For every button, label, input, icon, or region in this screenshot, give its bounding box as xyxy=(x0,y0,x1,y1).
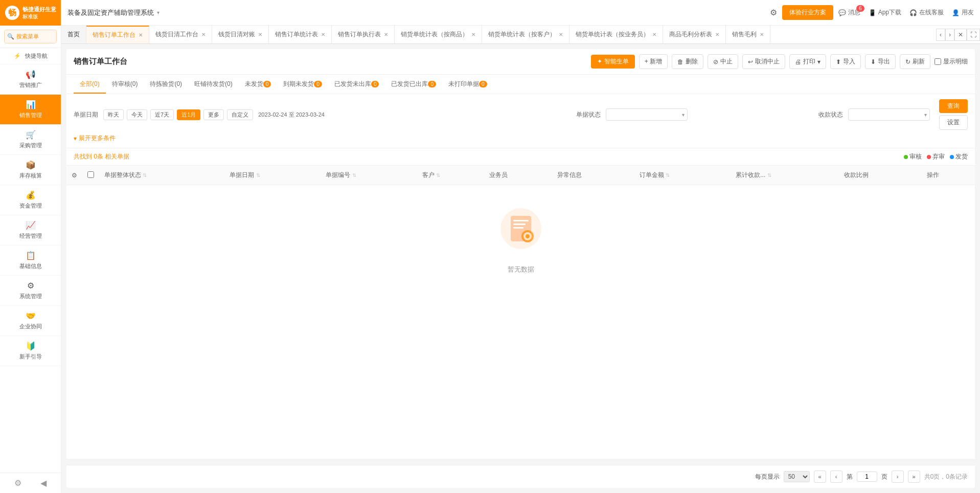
tab-close-profit-analysis[interactable]: ✕ xyxy=(715,32,719,37)
tab-home[interactable]: 首页 xyxy=(61,26,86,44)
stop-button[interactable]: ⊘ 中止 xyxy=(708,54,738,69)
tabs-prev-button[interactable]: ‹ xyxy=(936,29,945,41)
tab-close-sales-staff[interactable]: ✕ xyxy=(652,32,656,37)
search-menu-button[interactable]: 🔍 搜索菜单 xyxy=(4,30,57,43)
tab-sales-staff[interactable]: 销货单统计表（按业务员） ✕ xyxy=(569,26,663,44)
tab-sales-profit[interactable]: 销售毛利 ✕ xyxy=(726,26,770,44)
sub-tab-shipped-not-out[interactable]: 已发货未出库0 xyxy=(328,75,385,94)
pagination-first-button[interactable]: « xyxy=(814,470,826,483)
bulk-cancel-review-button[interactable]: 弃审 xyxy=(927,152,945,161)
tab-sales-customer[interactable]: 销货单统计表（按客户） ✕ xyxy=(482,26,569,44)
pagination-page-input[interactable] xyxy=(857,472,877,482)
refresh-button[interactable]: ↻ 刷新 xyxy=(900,54,930,69)
date-more-button[interactable]: 更多 xyxy=(203,109,224,120)
tab-sales-exec[interactable]: 销售订单执行表 ✕ xyxy=(332,26,395,44)
sub-tab-overdue-not-shipped[interactable]: 到期未发货0 xyxy=(277,75,328,94)
sub-tab-wangpu[interactable]: 旺铺待发货(0) xyxy=(188,75,239,94)
review-dot-icon xyxy=(904,155,908,159)
tab-sales-product[interactable]: 销货单统计表（按商品） ✕ xyxy=(395,26,482,44)
app-download-button[interactable]: 📱 App下载 xyxy=(869,8,901,17)
tab-profit-analysis[interactable]: 商品毛利分析表 ✕ xyxy=(663,26,726,44)
experience-button[interactable]: 体验行业方案 xyxy=(782,5,833,20)
number-sort-icon[interactable]: ⇅ xyxy=(352,172,356,178)
show-detail-checkbox-label[interactable]: 显示明细 xyxy=(935,57,968,66)
online-service-button[interactable]: 🎧 在线客服 xyxy=(909,8,944,17)
pagination-next-button[interactable]: › xyxy=(892,470,904,483)
collected-sort-icon[interactable]: ⇅ xyxy=(767,172,771,178)
sub-tab-not-printed[interactable]: 未打印单据0 xyxy=(442,75,493,94)
smart-generate-button[interactable]: ✦ 智能生单 xyxy=(591,55,634,69)
sidebar-item-purchase[interactable]: 🛒 采购管理 xyxy=(0,125,61,155)
pagination-prev-button[interactable]: ‹ xyxy=(830,470,842,483)
tab-close-cash-daily[interactable]: ✕ xyxy=(201,32,206,37)
show-detail-checkbox[interactable] xyxy=(935,58,941,65)
date-custom-button[interactable]: 自定义 xyxy=(227,109,253,120)
expand-conditions-button[interactable]: ▾ 展开更多条件 xyxy=(74,134,116,143)
sidebar-item-finance[interactable]: 💰 资金管理 xyxy=(0,185,61,215)
bulk-ship-button[interactable]: 发货 xyxy=(950,152,968,161)
overdue-badge: 0 xyxy=(314,81,322,87)
sidebar-item-inventory[interactable]: 📦 库存核算 xyxy=(0,155,61,185)
sub-tab-shipped-out[interactable]: 已发货已出库0 xyxy=(385,75,442,94)
date-today-button[interactable]: 今天 xyxy=(127,109,147,120)
message-button[interactable]: 💬 消息 6 xyxy=(838,8,860,17)
payment-select[interactable] xyxy=(848,108,930,121)
delete-button[interactable]: 🗑 删除 xyxy=(672,54,703,69)
status-sort-icon[interactable]: ⇅ xyxy=(143,172,147,178)
tab-close-sales-stats[interactable]: ✕ xyxy=(321,32,325,37)
tab-cash-daily[interactable]: 钱货日清工作台 ✕ xyxy=(149,26,212,44)
topbar-settings-icon[interactable]: ⚙ xyxy=(770,8,777,17)
sidebar-item-system[interactable]: ⚙ 系统管理 xyxy=(0,276,61,306)
add-button[interactable]: + 新增 xyxy=(639,54,668,69)
select-all-checkbox[interactable] xyxy=(87,171,94,178)
horizontal-scrollbar[interactable] xyxy=(66,459,975,465)
system-dropdown[interactable]: ▾ xyxy=(157,10,159,15)
sidebar-item-sales[interactable]: 📊 销售管理 xyxy=(0,95,61,125)
page-size-select[interactable]: 10 20 50 100 xyxy=(784,471,810,482)
table-wrap[interactable]: ⚙ 单据整体状态 ⇅ 单据日期 ⇅ xyxy=(66,166,975,459)
tab-close-sales-customer[interactable]: ✕ xyxy=(559,32,563,37)
sidebar-item-cooperation[interactable]: 🤝 企业协同 xyxy=(0,306,61,336)
status-select[interactable] xyxy=(606,108,688,121)
tab-close-cash-reconcile[interactable]: ✕ xyxy=(258,32,262,37)
sidebar-item-operations[interactable]: 📈 经营管理 xyxy=(0,215,61,245)
sub-tab-not-shipped[interactable]: 未发货0 xyxy=(239,75,278,94)
tabs-close-all-button[interactable]: ✕ xyxy=(954,29,967,41)
settings-button[interactable]: 设置 xyxy=(939,115,968,130)
date-7days-button[interactable]: 近7天 xyxy=(150,109,174,120)
sidebar-item-marketing[interactable]: 📢 营销推广 xyxy=(0,64,61,95)
pagination-last-button[interactable]: » xyxy=(908,470,920,483)
tabs-next-button[interactable]: › xyxy=(945,29,954,41)
sub-tab-pending-review[interactable]: 待审核(0) xyxy=(106,75,144,94)
tab-close-sales-profit[interactable]: ✕ xyxy=(760,32,764,37)
export-button[interactable]: ⬇ 导出 xyxy=(865,54,896,69)
sidebar-item-guide[interactable]: 🔰 新手引导 xyxy=(0,336,61,366)
date-1month-button[interactable]: 近1月 xyxy=(177,109,200,120)
tab-close-sales-workbench[interactable]: ✕ xyxy=(139,32,143,38)
date-sort-icon[interactable]: ⇅ xyxy=(256,172,260,178)
tabs-fullscreen-button[interactable]: ⛶ xyxy=(967,29,980,41)
tab-close-sales-product[interactable]: ✕ xyxy=(471,32,475,37)
refresh-icon: ↻ xyxy=(905,58,910,65)
query-button[interactable]: 查询 xyxy=(939,99,968,113)
sidebar-item-quick-nav[interactable]: ⚡ 快捷导航 xyxy=(0,48,61,64)
tab-cash-reconcile[interactable]: 钱货日清对账 ✕ xyxy=(212,26,269,44)
sidebar-collapse-button[interactable]: ◀ xyxy=(40,478,47,488)
basic-icon: 📋 xyxy=(26,251,36,260)
customer-sort-icon[interactable]: ⇅ xyxy=(436,172,440,178)
cancel-stop-button[interactable]: ↩ 取消中止 xyxy=(742,54,785,69)
sub-tab-pending-check[interactable]: 待拣验货(0) xyxy=(144,75,188,94)
import-button[interactable]: ⬆ 导入 xyxy=(830,54,861,69)
tab-close-sales-exec[interactable]: ✕ xyxy=(384,32,388,37)
date-yesterday-button[interactable]: 昨天 xyxy=(103,109,124,120)
tab-sales-workbench[interactable]: 销售订单工作台 ✕ xyxy=(86,26,149,44)
column-settings-icon[interactable]: ⚙ xyxy=(72,172,77,179)
tab-sales-stats[interactable]: 销售订单统计表 ✕ xyxy=(269,26,332,44)
amount-sort-icon[interactable]: ⇅ xyxy=(666,172,670,178)
sub-tab-all[interactable]: 全部(0) xyxy=(74,75,106,94)
print-button[interactable]: 🖨 打印 ▾ xyxy=(789,54,826,69)
user-menu-button[interactable]: 👤 用友 xyxy=(952,8,974,17)
bulk-review-button[interactable]: 审核 xyxy=(904,152,922,161)
sidebar-item-basic[interactable]: 📋 基础信息 xyxy=(0,245,61,276)
sidebar-settings-button[interactable]: ⚙ xyxy=(14,478,21,488)
